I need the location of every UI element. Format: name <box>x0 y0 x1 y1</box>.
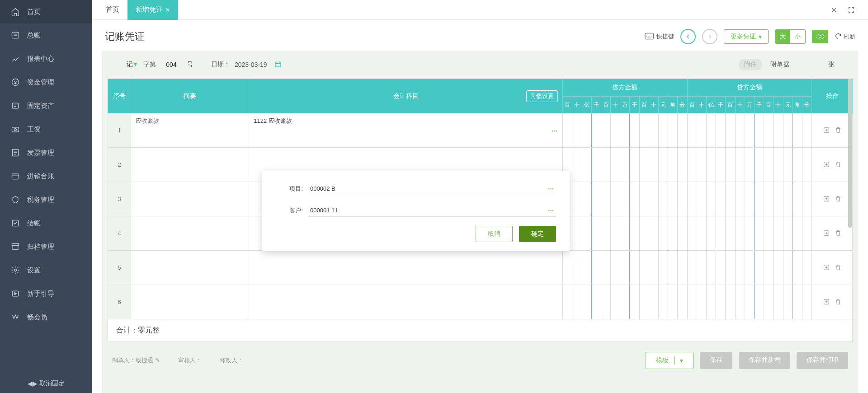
save-button[interactable]: 保存 <box>700 352 732 369</box>
next-voucher-button[interactable] <box>702 29 717 44</box>
sidebar-item-reports[interactable]: 报表中心 <box>0 47 92 70</box>
auxiliary-popup: 项目: 000002 B⋯ 客户: 000001 11⋯ 取消 确定 <box>262 171 570 251</box>
debit-cell[interactable] <box>563 216 688 251</box>
close-icon[interactable]: ✕ <box>165 7 170 13</box>
sidebar-item-tax[interactable]: 税务管理 <box>0 188 92 211</box>
sidebar-item-salary[interactable]: 工资 <box>0 117 92 141</box>
voucher-meta: 记▾ 字第 004 号 日期： 2023-03-19 附件 附单据 张 <box>102 59 858 79</box>
refresh-icon <box>835 33 842 41</box>
summary-cell[interactable]: 应收账款 <box>131 113 249 148</box>
summary-cell[interactable] <box>131 182 249 216</box>
insert-row-icon[interactable] <box>822 298 830 306</box>
attachment-button[interactable]: 附件 <box>739 59 762 70</box>
save-and-print-button[interactable]: 保存并打印 <box>797 352 848 369</box>
visibility-toggle-button[interactable] <box>812 30 828 43</box>
row-seq: 2 <box>108 148 131 182</box>
project-input[interactable]: 000002 B⋯ <box>308 182 556 195</box>
summary-cell[interactable] <box>131 216 249 251</box>
sidebar-item-inventory[interactable]: 进销台账 <box>0 164 92 188</box>
insert-row-icon[interactable] <box>822 229 830 237</box>
delete-row-icon[interactable] <box>834 160 842 168</box>
prev-voucher-button[interactable] <box>680 29 696 44</box>
sidebar-item-label: 首页 <box>27 8 41 16</box>
template-button[interactable]: 模板▾ <box>646 352 693 369</box>
save-and-new-button[interactable]: 保存并新增 <box>739 352 790 369</box>
date-value[interactable]: 2023-03-19 <box>235 61 267 68</box>
insert-row-icon[interactable] <box>822 195 830 203</box>
sidebar-item-label: 工资 <box>27 125 41 134</box>
more-icon[interactable]: ⋯ <box>548 185 554 192</box>
account-cell[interactable] <box>249 251 563 285</box>
fullscreen-icon[interactable] <box>845 4 857 16</box>
tab-home[interactable]: 首页 <box>98 0 127 20</box>
sidebar-pin-toggle[interactable]: ◀▶ 取消固定 <box>0 374 92 393</box>
tab-new-voucher[interactable]: 新增凭证✕ <box>127 0 178 20</box>
voucher-type-select[interactable]: 记▾ <box>125 61 139 69</box>
svg-rect-6 <box>12 174 19 179</box>
debit-cell[interactable] <box>563 182 688 216</box>
ops-cell <box>812 182 853 216</box>
more-vouchers-button[interactable]: 更多凭证▾ <box>724 29 769 44</box>
credit-cell[interactable] <box>687 113 812 148</box>
ops-cell <box>812 216 853 251</box>
credit-cell[interactable] <box>687 148 812 182</box>
delete-row-icon[interactable] <box>834 229 842 237</box>
svg-rect-7 <box>12 220 18 226</box>
total-row: 合计： 零元整 <box>108 319 853 342</box>
delete-row-icon[interactable] <box>834 298 842 306</box>
window-close-icon[interactable] <box>828 4 840 16</box>
insert-row-icon[interactable] <box>822 160 830 168</box>
modifier-sig: 修改人： <box>220 356 243 365</box>
insert-row-icon[interactable] <box>822 126 830 134</box>
debit-cell[interactable] <box>563 251 688 285</box>
guide-icon <box>11 289 20 298</box>
credit-cell[interactable] <box>687 251 812 285</box>
insert-row-icon[interactable] <box>822 263 830 271</box>
customer-label: 客户: <box>276 206 303 215</box>
customer-input[interactable]: 000001 11⋯ <box>308 204 556 217</box>
debit-cell[interactable] <box>563 285 688 319</box>
sidebar-item-guide[interactable]: 新手引导 <box>0 282 92 305</box>
credit-cell[interactable] <box>687 182 812 216</box>
th-account: 会计科目习惯设置 <box>249 79 563 113</box>
refresh-button[interactable]: 刷新 <box>835 33 855 41</box>
sidebar-item-vip[interactable]: 畅会员 <box>0 305 92 329</box>
cancel-button[interactable]: 取消 <box>476 226 513 242</box>
account-more-icon[interactable]: ⋯ <box>552 127 558 134</box>
sidebar-item-funds[interactable]: 资金管理 <box>0 70 92 94</box>
delete-row-icon[interactable] <box>834 126 842 134</box>
credit-cell[interactable] <box>687 216 812 251</box>
sidebar-item-home[interactable]: 首页 <box>0 0 92 23</box>
svg-rect-0 <box>12 32 19 38</box>
shortcut-keys-button[interactable]: 快捷键 <box>645 33 674 41</box>
debit-cell[interactable] <box>563 113 688 148</box>
size-big-button[interactable]: 大 <box>775 30 790 43</box>
edit-icon[interactable]: ✎ <box>155 357 160 364</box>
account-cell[interactable]: 1122 应收账款⋯ <box>249 113 563 148</box>
sidebar-item-assets[interactable]: 固定资产 <box>0 94 92 117</box>
calendar-icon[interactable] <box>274 61 282 69</box>
sidebar-item-ledger[interactable]: 总账 <box>0 23 92 47</box>
scrollbar-handle[interactable] <box>848 79 852 228</box>
sidebar-item-invoice[interactable]: 发票管理 <box>0 141 92 164</box>
summary-cell[interactable] <box>131 251 249 285</box>
delete-row-icon[interactable] <box>834 263 842 271</box>
confirm-button[interactable]: 确定 <box>519 226 556 242</box>
total-text: 零元整 <box>138 326 160 335</box>
account-cell[interactable] <box>249 285 563 319</box>
credit-cell[interactable] <box>687 285 812 319</box>
debit-cell[interactable] <box>563 148 688 182</box>
summary-cell[interactable] <box>131 285 249 319</box>
summary-cell[interactable] <box>131 148 249 182</box>
delete-row-icon[interactable] <box>834 195 842 203</box>
habit-settings-button[interactable]: 习惯设置 <box>526 90 558 102</box>
sidebar-item-close[interactable]: 结账 <box>0 211 92 235</box>
chart-icon <box>11 54 20 63</box>
sidebar-item-archive[interactable]: 归档管理 <box>0 235 92 258</box>
size-small-button[interactable]: 小 <box>790 30 805 43</box>
chevron-down-icon: ▾ <box>680 357 683 364</box>
gear-icon <box>11 266 20 275</box>
sidebar-item-settings[interactable]: 设置 <box>0 258 92 282</box>
more-icon[interactable]: ⋯ <box>548 207 554 214</box>
voucher-number-input[interactable]: 004 <box>160 61 182 68</box>
